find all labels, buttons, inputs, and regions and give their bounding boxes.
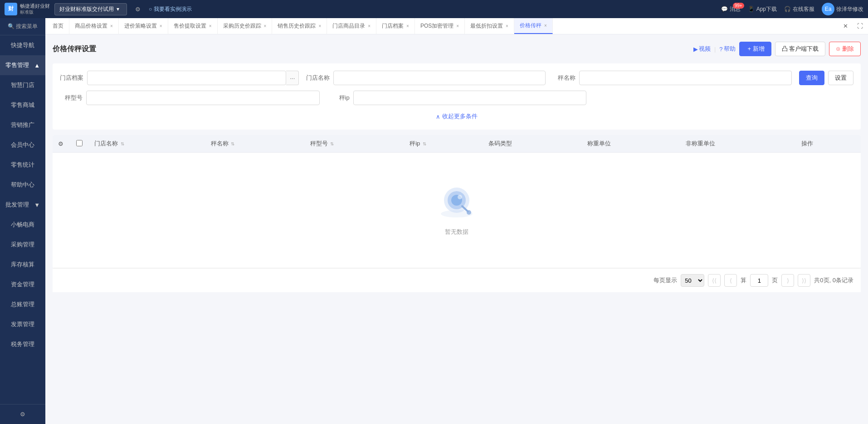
tab-min-discount[interactable]: 最低折扣设置 × bbox=[465, 18, 514, 34]
prev-page-btn[interactable]: ⟨ bbox=[724, 274, 737, 287]
tab-bar: 首页 商品价格设置 × 进价策略设置 × 售价提取设置 × 采购历史价跟踪 × … bbox=[45, 18, 868, 34]
tab-label: 首页 bbox=[53, 22, 63, 30]
sidebar-item-quick-nav[interactable]: 快捷导航 bbox=[0, 35, 45, 55]
expand-tab-btn[interactable]: ⛶ bbox=[853, 20, 866, 33]
page-title: 价格传秤设置 bbox=[53, 44, 96, 54]
scale-model-input[interactable] bbox=[86, 91, 320, 105]
sidebar-item-label: 资金管理 bbox=[11, 280, 34, 289]
tab-sale-extract[interactable]: 售价提取设置 × bbox=[168, 18, 218, 34]
tab-close-icon[interactable]: × bbox=[264, 24, 267, 29]
th-settings[interactable]: ⚙ bbox=[53, 135, 71, 153]
messages-btn[interactable]: 💬 消息 99+ bbox=[721, 5, 741, 13]
delete-button[interactable]: ⊙ 删除 bbox=[829, 42, 861, 56]
tab-sale-history[interactable]: 销售历史价跟踪 × bbox=[272, 18, 327, 34]
sidebar-item-general-ledger[interactable]: 总账管理 bbox=[0, 294, 45, 314]
tab-price[interactable]: 商品价格设置 × bbox=[69, 18, 119, 34]
tab-close-icon[interactable]: × bbox=[506, 24, 508, 29]
sidebar-item-label: 库存核算 bbox=[11, 260, 34, 269]
tab-close-icon[interactable]: × bbox=[544, 23, 547, 28]
scale-ip-label: 秤ip bbox=[327, 94, 350, 102]
chevron-down-icon: ▼ bbox=[34, 202, 40, 208]
scale-name-input[interactable] bbox=[579, 71, 792, 85]
tab-pos-management[interactable]: POS加密管理 × bbox=[415, 18, 465, 34]
sidebar-item-retail[interactable]: 零售管理 ▲ bbox=[0, 55, 45, 75]
online-service-label: 在线客服 bbox=[793, 5, 814, 13]
tab-label: 门店商品目录 bbox=[332, 22, 365, 30]
tab-close-icon[interactable]: × bbox=[368, 24, 371, 29]
download-button-label: 凸 客户端下载 bbox=[782, 45, 819, 53]
tab-home[interactable]: 首页 bbox=[47, 18, 69, 34]
tab-label: 门店档案 bbox=[382, 22, 404, 30]
select-all-checkbox[interactable] bbox=[76, 140, 83, 146]
chevron-down-icon: ▾ bbox=[117, 6, 119, 12]
page-number-input[interactable] bbox=[750, 274, 768, 287]
page-suffix: 页 bbox=[772, 276, 778, 284]
sidebar-item-help[interactable]: 帮助中心 bbox=[0, 175, 45, 195]
sort-icon: ⇅ bbox=[330, 141, 334, 146]
store-archive-label: 门店档案 bbox=[60, 74, 83, 82]
app-download-label: App下载 bbox=[756, 5, 777, 13]
download-button[interactable]: 凸 客户端下载 bbox=[775, 42, 826, 56]
demo-link[interactable]: ○ 我要看实例演示 bbox=[149, 5, 192, 13]
online-service-btn[interactable]: 🎧 在线客服 bbox=[784, 5, 814, 13]
app-download-btn[interactable]: 📱 App下载 bbox=[748, 5, 777, 13]
settings-form-button[interactable]: 设置 bbox=[828, 71, 853, 85]
tab-purchase-history[interactable]: 采购历史价跟踪 × bbox=[218, 18, 273, 34]
tab-store-archive[interactable]: 门店档案 × bbox=[376, 18, 415, 34]
store-archive-input-group: ··· bbox=[87, 71, 299, 85]
settings-icon-btn[interactable]: ⚙ bbox=[132, 3, 144, 15]
sidebar-item-member[interactable]: 会员中心 bbox=[0, 135, 45, 155]
sidebar-item-tax[interactable]: 税务管理 bbox=[0, 334, 45, 354]
tab-store-catalog[interactable]: 门店商品目录 × bbox=[327, 18, 376, 34]
close-tab-btn[interactable]: ✕ bbox=[839, 20, 852, 33]
th-non-weight-unit: 非称重单位 bbox=[680, 135, 796, 153]
add-button[interactable]: + 新增 bbox=[739, 42, 771, 56]
next-page-btn[interactable]: ⟩ bbox=[781, 274, 794, 287]
sidebar-settings-btn[interactable]: ⚙ bbox=[0, 404, 45, 424]
pagination: 每页显示 20 50 100 ⟨⟨ ⟨ 算 页 ⟩ ⟩⟩ 共0页, 0条记录 bbox=[53, 268, 861, 292]
sidebar-item-finance[interactable]: 资金管理 bbox=[0, 275, 45, 294]
tab-close-icon[interactable]: × bbox=[160, 24, 162, 29]
sidebar-item-xiaochang[interactable]: 小畅电商 bbox=[0, 215, 45, 235]
empty-state-cell: 暂无数据 bbox=[53, 153, 861, 268]
first-page-btn[interactable]: ⟨⟨ bbox=[708, 274, 721, 287]
help-link[interactable]: ? 帮助 bbox=[719, 45, 735, 53]
th-scale-ip: 秤ip ⇅ bbox=[404, 135, 483, 153]
video-link[interactable]: ▶ 视频 bbox=[693, 45, 711, 53]
avatar-text: Ea bbox=[825, 6, 832, 12]
last-page-btn[interactable]: ⟩⟩ bbox=[798, 274, 810, 287]
tab-close-icon[interactable]: × bbox=[456, 24, 459, 29]
sidebar-item-smart-store[interactable]: 智慧门店 bbox=[0, 75, 45, 95]
messages-badge: 99+ bbox=[733, 3, 744, 9]
store-name-input[interactable] bbox=[333, 71, 545, 85]
query-button-label: 查询 bbox=[806, 74, 818, 82]
store-archive-input[interactable] bbox=[87, 71, 286, 85]
tab-price-scale[interactable]: 价格传秤 × bbox=[514, 18, 553, 34]
sidebar-item-inventory[interactable]: 库存核算 bbox=[0, 255, 45, 275]
sidebar-item-marketing[interactable]: 营销推广 bbox=[0, 115, 45, 135]
tab-close-icon[interactable]: × bbox=[110, 24, 113, 29]
help-link-text: 帮助 bbox=[724, 45, 736, 53]
user-menu[interactable]: Ea 徐泽华修改 bbox=[822, 3, 863, 15]
empty-state-row: 暂无数据 bbox=[53, 153, 861, 268]
page-size-select[interactable]: 20 50 100 bbox=[681, 274, 704, 287]
more-options-btn[interactable]: ··· bbox=[286, 71, 299, 85]
version-dropdown[interactable]: 好业财标准版交付试用 ▾ bbox=[54, 3, 127, 15]
tab-purchase-strategy[interactable]: 进价策略设置 × bbox=[119, 18, 168, 34]
sidebar-item-label: 会员中心 bbox=[11, 141, 34, 149]
empty-icon bbox=[434, 184, 479, 221]
tab-close-icon[interactable]: × bbox=[318, 24, 321, 29]
sidebar-item-invoice[interactable]: 发票管理 bbox=[0, 314, 45, 334]
query-button[interactable]: 查询 bbox=[799, 71, 824, 85]
tab-close-icon[interactable]: × bbox=[406, 24, 409, 29]
sidebar-item-retail-mall[interactable]: 零售商城 bbox=[0, 95, 45, 115]
sidebar-item-wholesale[interactable]: 批发管理 ▼ bbox=[0, 195, 45, 215]
tab-close-icon[interactable]: × bbox=[209, 24, 212, 29]
sidebar-item-purchase[interactable]: 采购管理 bbox=[0, 235, 45, 255]
collapse-btn[interactable]: ∧ 收起更多条件 bbox=[436, 111, 478, 122]
tab-label: 价格传秤 bbox=[520, 22, 541, 29]
sidebar-search-label: 搜索菜单 bbox=[16, 23, 38, 29]
sidebar-item-retail-stats[interactable]: 零售统计 bbox=[0, 155, 45, 175]
sidebar-search[interactable]: 🔍 搜索菜单 bbox=[0, 18, 45, 35]
scale-ip-input[interactable] bbox=[353, 91, 587, 105]
